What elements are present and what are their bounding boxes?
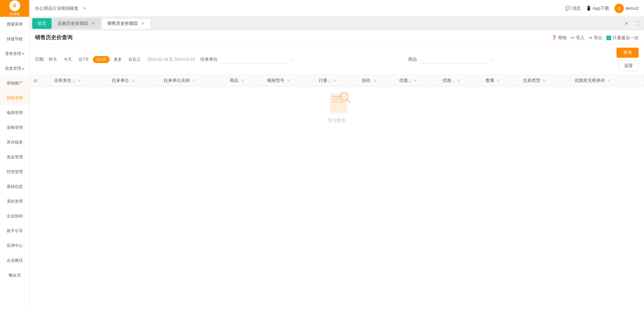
query-button[interactable]: 查询 bbox=[616, 48, 639, 58]
col-discount1[interactable]: 优惠... ⇅ bbox=[395, 75, 438, 87]
sort-icon-quote: ⇅ bbox=[373, 79, 376, 83]
message-button[interactable]: 💬 消息 bbox=[565, 5, 581, 11]
sidebar-item-retail[interactable]: 零售管理 bbox=[0, 46, 29, 61]
sidebar-item-finance[interactable]: 资金管理 bbox=[0, 150, 29, 164]
table-header: ⚙ 业务发生... ⇅ 往来单位 ⇅ 往来单位名称 ⇅ bbox=[30, 75, 644, 87]
import-button[interactable]: ↩ 导入 bbox=[571, 35, 585, 41]
col-quote[interactable]: 报价 ⇅ bbox=[358, 75, 395, 87]
col-partner-name[interactable]: 往来单位名称 ⇅ bbox=[159, 75, 225, 87]
settings-button[interactable]: 设置 bbox=[619, 60, 639, 71]
page-header: 销售历史价查询 ❓ 帮助 ↩ 导入 ↪ 导出 ✓ 只看最后一次 bbox=[30, 30, 644, 44]
date-btn-1month[interactable]: 近1月 bbox=[93, 56, 110, 63]
logo-icon: 6 bbox=[9, 0, 20, 11]
col-quantity[interactable]: 数量 ⇅ bbox=[481, 75, 519, 87]
topbar-right: 💬 消息 📱 App下载 D demo2 bbox=[565, 4, 639, 13]
date-btn-custom[interactable]: 自定义 bbox=[126, 56, 143, 63]
col-partner-code[interactable]: 往来单位 ⇅ bbox=[108, 75, 159, 87]
sort-icon-unit: ⇅ bbox=[334, 79, 336, 83]
date-btn-more[interactable]: 更多 bbox=[111, 56, 124, 63]
export-button[interactable]: ↪ 导出 bbox=[589, 35, 602, 41]
data-table: ⚙ 业务发生... ⇅ 往来单位 ⇅ 往来单位名称 ⇅ bbox=[30, 75, 644, 87]
maximize-button[interactable]: ⛶ bbox=[633, 19, 641, 28]
date-btn-7days[interactable]: 近7天 bbox=[76, 56, 92, 63]
tabbar: 首页 采购历史价跟踪 ✕ 销售历史价跟踪 ✕ ✕ ⛶ bbox=[30, 17, 644, 30]
date-filter-group: 日期 昨天 今天 近7天 近1月 更多 自定义 2023-02-18 至 202… bbox=[35, 56, 195, 63]
col-goods[interactable]: 商品 ⇅ bbox=[226, 75, 263, 87]
only-last-checkbox[interactable]: ✓ bbox=[606, 36, 611, 40]
page-actions: ❓ 帮助 ↩ 导入 ↪ 导出 ✓ 只看最后一次 bbox=[551, 35, 639, 41]
svg-point-7 bbox=[342, 94, 344, 97]
col-pretax-price[interactable]: 优惠前无税单价 ⇅ bbox=[570, 75, 644, 87]
partner-input[interactable] bbox=[220, 55, 287, 63]
partner-dots-button[interactable]: ... bbox=[290, 57, 294, 62]
topbar-dropdown-icon[interactable]: ▾ bbox=[81, 5, 88, 12]
date-btn-yesterday[interactable]: 昨天 bbox=[46, 56, 60, 63]
sidebar-item-enterprise[interactable]: 企业协同 bbox=[0, 209, 29, 223]
sort-icon-discount1: ⇅ bbox=[414, 79, 417, 83]
col-settings[interactable]: ⚙ bbox=[30, 75, 50, 87]
goods-input[interactable] bbox=[420, 55, 487, 63]
sort-icon-biz-date: ⇅ bbox=[78, 79, 80, 83]
col-trade-type[interactable]: 交易类型 ⇅ bbox=[519, 75, 570, 87]
date-range-display: 2023-02-18 至 2023-03-18 bbox=[147, 57, 195, 62]
sidebar-item-guide[interactable]: 新手引导 bbox=[0, 223, 29, 238]
sidebar-item-operations[interactable]: 经营管理 bbox=[0, 164, 29, 179]
empty-state: 暂无数据 bbox=[30, 87, 644, 123]
app-logo[interactable]: 6 标准版 bbox=[0, 0, 29, 17]
page-title: 销售历史价查询 bbox=[35, 34, 72, 41]
app-subtitle: 标准版 bbox=[10, 12, 20, 16]
date-btn-today[interactable]: 今天 bbox=[61, 56, 74, 63]
sidebar-item-wechat[interactable]: 企业微信 bbox=[0, 253, 29, 268]
col-biz-date[interactable]: 业务发生... ⇅ bbox=[50, 75, 108, 87]
sort-icon-trade-type: ⇅ bbox=[543, 79, 545, 83]
sidebar-item-wholesale[interactable]: 批发管理 bbox=[0, 61, 29, 76]
sidebar-item-sales[interactable]: 销售管理 bbox=[0, 91, 29, 105]
date-label: 日期 bbox=[35, 56, 44, 62]
sort-icon-spec: ⇅ bbox=[287, 79, 290, 83]
sidebar-item-basic[interactable]: 基础信息 bbox=[0, 179, 29, 194]
sidebar-item-purchase[interactable]: 采购管理 bbox=[0, 120, 29, 135]
help-icon: ❓ bbox=[551, 35, 557, 40]
goods-dots-button[interactable]: ... bbox=[489, 57, 493, 62]
main-area: 办公用品行业模拟账套 ▾ 💬 消息 📱 App下载 D demo2 首页 bbox=[30, 0, 644, 310]
download-icon: 📱 bbox=[586, 6, 591, 11]
sidebar-item-marketing[interactable]: 营销推广 bbox=[0, 76, 29, 91]
user-profile[interactable]: D demo2 bbox=[614, 4, 639, 13]
sidebar-item-shortcut[interactable]: 快捷导航 bbox=[0, 32, 29, 46]
sidebar-item-apps[interactable]: 应用中心 bbox=[0, 238, 29, 253]
tab-home[interactable]: 首页 bbox=[32, 18, 52, 29]
date-buttons: 昨天 今天 近7天 近1月 更多 自定义 bbox=[46, 56, 143, 63]
close-tab-button[interactable]: ✕ bbox=[623, 19, 631, 28]
topbar-title: 办公用品行业模拟账套 bbox=[35, 5, 78, 11]
topbar: 办公用品行业模拟账套 ▾ 💬 消息 📱 App下载 D demo2 bbox=[30, 0, 644, 17]
only-last-checkbox-label[interactable]: ✓ 只看最后一次 bbox=[606, 35, 639, 41]
table-wrapper: ⚙ 业务发生... ⇅ 往来单位 ⇅ 往来单位名称 ⇅ bbox=[30, 75, 644, 310]
export-icon: ↪ bbox=[589, 35, 592, 40]
message-icon: 💬 bbox=[565, 6, 571, 11]
sort-icon-partner-code: ⇅ bbox=[132, 79, 135, 83]
sort-icon-quantity: ⇅ bbox=[497, 79, 499, 83]
help-button[interactable]: ❓ 帮助 bbox=[551, 35, 567, 41]
sort-icon-pretax-price: ⇅ bbox=[607, 79, 610, 83]
sidebar-item-system[interactable]: 系统管理 bbox=[0, 194, 29, 209]
app-download-button[interactable]: 📱 App下载 bbox=[586, 5, 609, 11]
tab-purchase-history[interactable]: 采购历史价跟踪 ✕ bbox=[52, 18, 101, 29]
partner-filter: 往来单位 ... bbox=[200, 55, 403, 63]
avatar: D bbox=[614, 4, 624, 13]
filter-right-actions: 查询 设置 bbox=[616, 48, 639, 71]
goods-label: 商品 bbox=[408, 56, 417, 62]
col-unit[interactable]: 计量... ⇅ bbox=[315, 75, 358, 87]
col-discount2[interactable]: 优惠... ⇅ bbox=[438, 75, 481, 87]
tab-sales-history[interactable]: 销售历史价跟踪 ✕ bbox=[102, 18, 151, 29]
sort-icon-discount2: ⇅ bbox=[457, 79, 460, 83]
settings-icon[interactable]: ⚙ bbox=[34, 78, 38, 83]
sidebar-item-member[interactable]: 畅会员 bbox=[0, 268, 29, 282]
tab-close-purchase[interactable]: ✕ bbox=[90, 21, 96, 26]
tab-close-sales[interactable]: ✕ bbox=[140, 21, 145, 26]
sidebar-item-search[interactable]: 搜索菜单 bbox=[0, 17, 29, 32]
sidebar-item-ecommerce[interactable]: 电商管理 bbox=[0, 105, 29, 120]
topbar-left: 办公用品行业模拟账套 ▾ bbox=[35, 5, 88, 12]
empty-illustration bbox=[323, 87, 350, 113]
sidebar-item-inventory[interactable]: 库存核算 bbox=[0, 135, 29, 150]
col-spec[interactable]: 规格型号 ⇅ bbox=[263, 75, 314, 87]
